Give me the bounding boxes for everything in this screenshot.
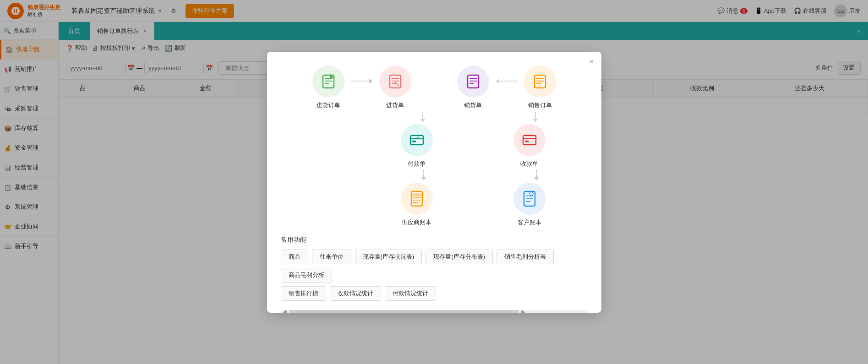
modal-scrollbar[interactable]: ◀ ▶ <box>281 310 588 313</box>
cf-btn-goods[interactable]: 商品 <box>281 250 308 264</box>
flow-node-sales-bill[interactable]: 销货单 <box>453 65 494 109</box>
flow-arrows-row4 <box>281 168 588 183</box>
arrow-receipt-down <box>534 170 539 181</box>
cf-btn-payment-stat[interactable]: 付款情况统计 <box>385 286 436 301</box>
flow-node-supplier-ledger[interactable]: 供应商账本 <box>396 183 437 227</box>
purchase-order-label: 进货订单 <box>317 101 340 109</box>
scrollbar-thumb[interactable] <box>289 310 519 313</box>
arrow-sb-down <box>533 111 538 122</box>
arrow-po-to-pb <box>351 79 373 83</box>
flow-node-customer-ledger[interactable]: 客户账本 <box>509 183 550 227</box>
svg-rect-18 <box>412 141 416 142</box>
cf-btn-partners[interactable]: 往来单位 <box>312 250 351 264</box>
receipt-circle <box>513 124 546 156</box>
scrollbar-left-arrow[interactable]: ◀ <box>281 308 289 313</box>
flow-node-receipt[interactable]: 收款单 <box>509 124 550 168</box>
flow-arrows-row2 <box>281 109 588 124</box>
sales-bill-circle <box>457 65 489 98</box>
modal-overlay[interactable]: × 进货订单 <box>0 0 868 364</box>
svg-point-33 <box>530 192 533 196</box>
supplier-ledger-label: 供应商账本 <box>402 218 431 227</box>
sales-bill-label: 销货单 <box>464 101 482 109</box>
purchase-bill-label: 进货单 <box>386 101 404 109</box>
svg-rect-22 <box>525 141 529 142</box>
sales-order-label: 销售订单 <box>528 101 552 109</box>
cf-btn-sales-profit[interactable]: 销售毛利分析表 <box>497 250 554 264</box>
arrow-pb-down <box>420 111 425 122</box>
flow-node-purchase-bill[interactable]: 进货单 <box>375 65 416 109</box>
arrow-payment-down <box>421 170 426 181</box>
flow-node-sales-order[interactable]: 销售订单 <box>519 65 561 109</box>
customer-ledger-circle <box>513 183 546 215</box>
flow-node-payment[interactable]: ¥ 付款单 <box>396 124 437 168</box>
cf-btn-goods-profit[interactable]: 商品毛利分析 <box>281 268 332 283</box>
cf-btn-receipt-stat[interactable]: 收款情况统计 <box>330 286 381 301</box>
sales-order-circle <box>524 65 556 98</box>
svg-rect-25 <box>413 193 420 195</box>
payment-label: 付款单 <box>408 160 426 168</box>
flow-modal: × 进货订单 <box>267 52 601 313</box>
svg-text:¥: ¥ <box>416 136 420 141</box>
cf-btn-sales-rank[interactable]: 销售排行榜 <box>281 286 326 301</box>
scrollbar-right-arrow[interactable]: ▶ <box>519 308 527 313</box>
modal-close-btn[interactable]: × <box>589 57 594 67</box>
cf-buttons-row2: 销售排行榜 收款情况统计 付款情况统计 <box>281 286 588 301</box>
receipt-label: 收款单 <box>520 160 538 168</box>
cf-btn-stock-dist[interactable]: 现存量(库存分布表) <box>426 250 493 264</box>
purchase-order-circle <box>312 65 344 98</box>
flow-row-5: 供应商账本 客户账本 <box>318 183 550 227</box>
payment-circle: ¥ <box>401 124 433 156</box>
customer-ledger-label: 客户账本 <box>518 218 541 227</box>
flow-row-3: ¥ 付款单 收款单 <box>318 124 550 168</box>
purchase-bill-circle <box>379 65 411 98</box>
flow-node-purchase-order[interactable]: 进货订单 <box>308 65 349 109</box>
cf-buttons: 商品 往来单位 现存量(库存状况表) 现存量(库存分布表) 销售毛利分析表 商品… <box>281 250 588 283</box>
flow-row-1: 进货订单 进货单 <box>308 65 561 109</box>
cf-title: 常用功能 <box>281 236 588 244</box>
cf-btn-stock-status[interactable]: 现存量(库存状况表) <box>355 250 422 264</box>
flow-diagram: 进货订单 进货单 <box>281 65 588 227</box>
svg-rect-20 <box>523 136 536 145</box>
supplier-ledger-circle <box>401 183 433 215</box>
common-functions-section: 常用功能 商品 往来单位 现存量(库存状况表) 现存量(库存分布表) 销售毛利分… <box>281 236 588 301</box>
arrow-so-to-sb <box>496 79 518 83</box>
